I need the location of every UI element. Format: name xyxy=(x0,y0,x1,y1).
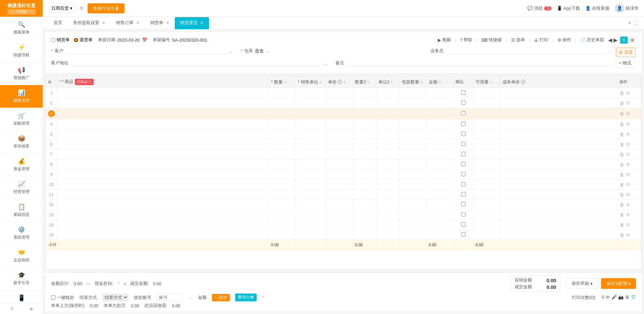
row-13-delete-icon[interactable]: 🗑 xyxy=(620,212,624,217)
row-5-gift-cb[interactable] xyxy=(461,132,466,136)
row-1-packqty[interactable] xyxy=(399,88,426,98)
logistics-btn[interactable]: + 物流 xyxy=(616,58,636,68)
tab-salesreturn[interactable]: 销货退货 ✕ xyxy=(175,17,209,29)
row-9-delete-icon[interactable]: 🗑 xyxy=(620,172,624,177)
row-2-delete-icon[interactable]: 🗑 xyxy=(620,101,624,106)
one-key-pay-cb[interactable] xyxy=(51,295,55,300)
row-8-goods[interactable] xyxy=(57,160,269,170)
row-2-amount[interactable] xyxy=(426,98,453,108)
row-11-copy-icon[interactable]: ⧉ xyxy=(626,192,630,197)
warehouse-dots[interactable]: ... xyxy=(266,49,269,54)
row-1-gift-cb[interactable] xyxy=(461,90,466,95)
row-2-costprice[interactable] xyxy=(500,98,617,108)
available-sort[interactable]: ⇅ xyxy=(490,80,492,84)
row-3-amount[interactable] xyxy=(426,108,453,119)
row-8-copy-icon[interactable]: ⧉ xyxy=(626,162,630,167)
toolbar-video[interactable]: ▶ 视频 xyxy=(436,36,452,44)
sidebar-item-purchase[interactable]: 🛒 采购管理 xyxy=(0,108,43,131)
tool-icon-4[interactable]: 📷 xyxy=(618,295,624,301)
tool-icon-2[interactable]: 中 xyxy=(606,295,610,301)
scan-entry-btn[interactable]: 扫码录入 xyxy=(75,79,94,85)
row-1-unitprice[interactable] xyxy=(326,88,353,98)
row-7-gift-cb[interactable] xyxy=(461,152,466,156)
tab-home[interactable]: 首页 xyxy=(48,17,68,29)
row-1-qty[interactable] xyxy=(269,88,296,98)
sidebar-item-appcenter[interactable]: 📱 应用中心 xyxy=(0,290,43,303)
fee-help-icon[interactable]: ? xyxy=(262,295,264,300)
grid-view-btn[interactable]: ⊞ xyxy=(629,37,636,44)
radio-sale[interactable]: 销货单 xyxy=(51,37,70,43)
tab-saleprice[interactable]: 售价提取设置 ✕ xyxy=(68,17,111,29)
row-11-goods[interactable] xyxy=(57,190,269,200)
row-9-goods[interactable] xyxy=(57,170,269,180)
sidebar-item-basic[interactable]: 📋 基础信息 xyxy=(0,199,43,222)
row-1-saleunit[interactable] xyxy=(296,88,326,98)
sidebar-item-operation[interactable]: 📈 经营管理 xyxy=(0,176,43,199)
toolbar-select[interactable]: ☰ 选单 xyxy=(510,36,526,44)
add-payment-btn[interactable]: + 添加 xyxy=(212,294,230,301)
tool-icon-1[interactable]: S xyxy=(601,295,604,301)
row-1-gift[interactable] xyxy=(453,88,473,98)
tab-salesreturn-close[interactable]: ✕ xyxy=(200,20,204,25)
row-10-delete-icon[interactable]: 🗑 xyxy=(620,182,624,187)
row-3-goods-input[interactable] xyxy=(59,111,267,116)
toolbar-operate[interactable]: ⚙ 操作 xyxy=(556,36,573,44)
th-settings[interactable]: ⚙ xyxy=(46,76,57,88)
sidebar-item-system[interactable]: ⚙️ 系统管理 xyxy=(0,222,43,245)
row-11-delete-icon[interactable]: 🗑 xyxy=(620,192,624,197)
radio-sale-input[interactable] xyxy=(51,38,55,42)
saleunit-sort[interactable]: ⇅ xyxy=(319,80,322,84)
row-3-goods[interactable] xyxy=(57,108,269,119)
settings-bottom-icon[interactable]: ⚙ xyxy=(10,306,14,311)
tab-salesorder-close[interactable]: ✕ xyxy=(136,20,140,25)
row-5-delete-icon[interactable]: 🗑 xyxy=(620,132,624,137)
tool-icon-6[interactable]: 👕 xyxy=(631,295,636,301)
save-draft-btn[interactable]: 保存草稿 ▾ xyxy=(566,278,598,289)
sidebar-item-guide[interactable]: 🎓 新手引导 xyxy=(0,267,43,290)
row-3-available[interactable] xyxy=(473,108,500,119)
sidebar-item-enterprise[interactable]: 🤝 企业协同 xyxy=(0,245,43,267)
row-7-copy-icon[interactable]: ⧉ xyxy=(626,151,630,157)
row-5-copy-icon[interactable]: ⧉ xyxy=(626,131,630,137)
row-2-qty[interactable] xyxy=(269,98,296,108)
calendar-icon[interactable]: 📅 xyxy=(142,38,147,43)
customer-dots[interactable]: ... xyxy=(229,49,232,54)
maximize-icon[interactable]: ⛶ xyxy=(634,20,639,25)
row-14-goods[interactable] xyxy=(57,220,269,230)
row-13-gift-cb[interactable] xyxy=(461,212,466,216)
tab-sales-close[interactable]: ✕ xyxy=(166,20,169,25)
packqty-sort[interactable]: ⇅ xyxy=(420,80,423,84)
row-3-costprice[interactable] xyxy=(500,108,617,119)
toolbar-help[interactable]: ? 帮助 xyxy=(459,36,474,44)
row-1-unit2[interactable] xyxy=(376,88,399,98)
row-4-goods[interactable] xyxy=(57,119,269,129)
sidebar-item-shortcut[interactable]: ⚡ 快捷导航 xyxy=(0,40,43,62)
unit2-sort[interactable]: ⇅ xyxy=(390,80,393,84)
tool-icon-3[interactable]: 🎤 xyxy=(611,295,617,301)
sidebar-item-search[interactable]: 🔍 搜索菜单 xyxy=(0,17,43,40)
row-14-copy-icon[interactable]: ⧉ xyxy=(626,222,630,228)
row-1-amount[interactable] xyxy=(426,88,453,98)
online-service-btn[interactable]: 👤 在线客服 xyxy=(585,5,609,11)
toolbar-shortcut[interactable]: ⌨ 快捷键 xyxy=(480,36,503,44)
row-5-goods[interactable] xyxy=(57,129,269,139)
account-input[interactable] xyxy=(157,294,183,301)
row-2-unit2[interactable] xyxy=(376,98,399,108)
row-14-gift-cb[interactable] xyxy=(461,222,466,227)
row-3-delete-icon[interactable]: 🗑 xyxy=(620,111,624,116)
row-7-goods[interactable] xyxy=(57,149,269,160)
row-14-delete-icon[interactable]: 🗑 xyxy=(620,222,624,228)
close-window-icon[interactable]: ✕ xyxy=(628,20,632,25)
sidebar-item-marketing[interactable]: 📢 营销推广 xyxy=(0,62,43,85)
row-1-costprice[interactable] xyxy=(500,88,617,98)
row-10-copy-icon[interactable]: ⧉ xyxy=(626,182,630,187)
sidebar-item-finance[interactable]: 💰 资金管理 xyxy=(0,153,43,176)
staff-dots[interactable]: ... xyxy=(608,49,612,54)
row-12-goods[interactable] xyxy=(57,200,269,210)
category-select[interactable]: 日用百货 ▾ xyxy=(48,4,75,13)
row-1-qty2[interactable] xyxy=(353,88,376,98)
row-12-gift-cb[interactable] xyxy=(461,202,466,206)
row-2-packqty[interactable] xyxy=(399,98,426,108)
row-3-packqty[interactable] xyxy=(399,108,426,119)
row-7-delete-icon[interactable]: 🗑 xyxy=(620,152,624,157)
